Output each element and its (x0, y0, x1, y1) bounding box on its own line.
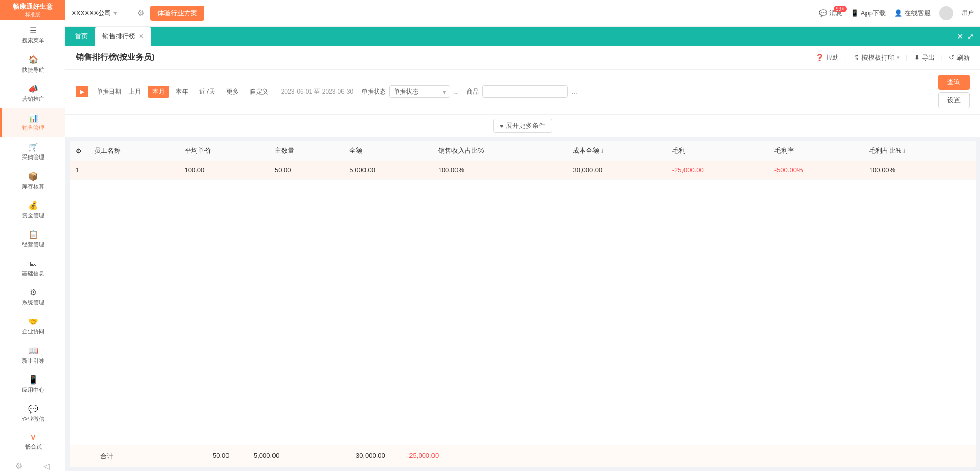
goods-label: 商品 (467, 87, 479, 96)
sidebar-item-app-center[interactable]: 📱 应用中心 (0, 370, 65, 399)
sidebar-item-base-info[interactable]: 🗂 基础信息 (0, 254, 65, 282)
company-dropdown-icon: ▾ (113, 9, 117, 17)
collapse-icon[interactable]: ◁ (43, 461, 50, 471)
online-service-button[interactable]: 👤 在线客服 (894, 9, 931, 18)
message-button[interactable]: 💬 消息 99+ (819, 9, 842, 18)
settings-bottom-icon[interactable]: ⚙ (15, 461, 22, 471)
expand-conditions-row: ▾ 展开更多条件 (65, 114, 980, 137)
tab-sales-rank[interactable]: 销售排行榜 ✕ (95, 27, 151, 46)
sidebar-item-operation[interactable]: 📋 经营管理 (0, 225, 65, 254)
app-download-icon: 📱 (851, 9, 859, 17)
sidebar-item-enterprise[interactable]: 🤝 企业协同 (0, 311, 65, 341)
cell-cost: 30,000.00 (566, 161, 666, 180)
sidebar-item-guide[interactable]: 📖 新手引导 (0, 341, 65, 370)
sidebar-item-finance[interactable]: 💰 资金管理 (0, 195, 65, 225)
sidebar-label: 畅会员 (25, 443, 42, 451)
sidebar-item-member[interactable]: V 畅会员 (0, 428, 65, 456)
sidebar-item-marketing[interactable]: 📣 营销推广 (0, 79, 65, 108)
help-icon: ❓ (815, 54, 824, 61)
sidebar-item-purchase[interactable]: 🛒 采购管理 (0, 137, 65, 166)
footer-main-qty: 50.00 (207, 450, 247, 463)
sidebar-item-system[interactable]: ⚙ 系统管理 (0, 282, 65, 311)
avatar[interactable] (939, 6, 953, 20)
date-7days[interactable]: 近7天 (195, 86, 220, 98)
status-more-icon[interactable]: ... (453, 88, 459, 95)
sidebar-label: 应用中心 (22, 386, 44, 394)
sidebar-item-search-order[interactable]: ☰ 搜索菜单 (0, 20, 65, 50)
tabbar: 首页 销售排行榜 ✕ ✕ ⤢ (65, 27, 980, 46)
table-footer: 合计 50.00 5,000.00 30,000.00 -25,000.00 (70, 445, 976, 467)
window-expand-icon[interactable]: ⤢ (967, 32, 974, 41)
date-more[interactable]: 更多 (222, 86, 243, 98)
export-button[interactable]: ⬇ 导出 (914, 53, 935, 62)
status-select[interactable]: 单据状态 (389, 85, 450, 98)
table-head: ⚙ 员工名称 平均单价 主数量 全额 (70, 141, 976, 161)
data-table: ⚙ 员工名称 平均单价 主数量 全额 (70, 141, 976, 180)
date-buttons: 上月 本月 本年 近7天 更多 自定义 (124, 86, 273, 98)
window-close-icon[interactable]: ✕ (956, 32, 963, 41)
guide-icon: 📖 (28, 346, 38, 355)
settings-icon[interactable]: ⚙ (137, 8, 144, 18)
col-gross-rate: 毛利率 (768, 141, 863, 161)
template-print-button[interactable]: 🖨 按模板打印 ▾ (853, 53, 900, 62)
wechat-icon: 💬 (28, 404, 38, 414)
message-icon: 💬 (819, 9, 827, 17)
footer-gross-pct (503, 450, 554, 463)
sidebar-label: 资金管理 (22, 212, 44, 219)
date-prev-month[interactable]: 上月 (124, 86, 146, 98)
settings-button[interactable]: 设置 (938, 92, 970, 108)
tab-home[interactable]: 首页 (67, 27, 95, 46)
sidebar-label: 搜索菜单 (22, 37, 44, 44)
sidebar-label: 采购管理 (22, 153, 44, 161)
refresh-button[interactable]: ↺ 刷新 (949, 53, 970, 62)
service-icon: 👤 (894, 9, 902, 17)
topbar-right: 💬 消息 99+ 📱 App下载 👤 在线客服 用户 (819, 6, 974, 20)
sidebar-label: 销售管理 (22, 124, 44, 132)
date-custom[interactable]: 自定义 (245, 86, 273, 98)
date-filter: 单据日期 上月 本月 本年 近7天 更多 自定义 (97, 86, 273, 98)
sidebar-item-wechat[interactable]: 💬 企业微信 (0, 399, 65, 428)
sidebar-item-inventory[interactable]: 📦 库存核算 (0, 166, 65, 195)
expand-conditions-button[interactable]: ▾ 展开更多条件 (493, 119, 552, 133)
trial-button[interactable]: 体验行业方案 (150, 6, 204, 21)
app-download-button[interactable]: 📱 App下载 (851, 9, 886, 18)
print-icon: 🖨 (853, 54, 859, 61)
col-settings[interactable]: ⚙ (70, 141, 88, 161)
tab-close-icon[interactable]: ✕ (139, 33, 144, 40)
sidebar-bottom: ⚙ ◁ (0, 456, 65, 471)
table-body: 1 100.00 50.00 5,000.00 100.00% 30,000.0… (70, 161, 976, 180)
sidebar: 畅康通好生意 标准版 ☰ 搜索菜单 🏠 快捷导航 📣 营销推广 📊 销售管理 🛒… (0, 0, 65, 471)
goods-more-icon[interactable]: … (571, 88, 577, 95)
date-cur-month[interactable]: 本月 (148, 86, 169, 98)
logo-subtitle: 标准版 (25, 11, 40, 18)
footer-amount: 5,000.00 (247, 450, 299, 463)
cell-gross-rate: -500.00% (768, 161, 863, 180)
col-gross-pct: 毛利占比% ℹ (863, 141, 976, 161)
help-button[interactable]: ❓ 帮助 (815, 53, 839, 62)
goods-input[interactable] (482, 85, 568, 98)
company-selector[interactable]: XXXXXX公司 ▾ (72, 9, 133, 18)
col-gross: 毛利 (666, 141, 768, 161)
sidebar-label: 快捷导航 (22, 66, 44, 74)
date-label: 单据日期 (97, 87, 121, 96)
status-filter: 单据状态 单据状态 ... (361, 85, 459, 98)
gross-pct-info-icon[interactable]: ℹ (903, 148, 905, 154)
sidebar-item-quick-nav[interactable]: 🏠 快捷导航 (0, 50, 65, 79)
status-select-wrap: 单据状态 (389, 85, 450, 98)
query-button[interactable]: 查询 (938, 75, 970, 90)
refresh-icon: ↺ (949, 54, 954, 61)
cost-info-icon[interactable]: ℹ (601, 148, 603, 154)
filter-toggle-btn[interactable]: ▶ (76, 86, 88, 97)
filter-bar: ▶ 单据日期 上月 本月 本年 近7天 更多 自定义 2023-06-01 至 … (65, 70, 980, 114)
inventory-icon: 📦 (28, 171, 38, 181)
sidebar-item-sales[interactable]: 📊 销售管理 (0, 108, 65, 137)
base-info-icon: 🗂 (29, 259, 37, 268)
cell-gross-pct: 100.00% (863, 161, 976, 180)
footer-empty (76, 450, 94, 463)
user-name: 用户 (962, 9, 974, 17)
col-amount: 全额 (343, 141, 431, 161)
service-label: 在线客服 (904, 9, 931, 18)
tab-sales-rank-label: 销售排行榜 (102, 32, 135, 41)
menu-icon: ☰ (30, 26, 37, 35)
date-year[interactable]: 本年 (171, 86, 193, 98)
